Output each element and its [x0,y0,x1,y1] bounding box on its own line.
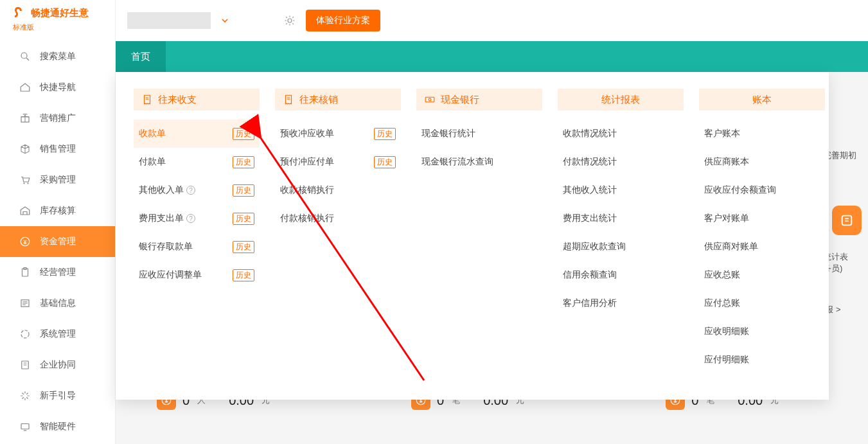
tab-home[interactable]: 首页 [116,41,166,72]
help-icon[interactable]: ? [186,186,195,195]
mega-menu-item[interactable]: 信用余额查询 [558,261,684,289]
mega-menu-item[interactable]: 费用支出单?历史 [134,204,260,233]
mega-column: 往来收支收款单历史付款单历史其他收入单?历史费用支出单?历史银行存取款单历史应收… [134,89,260,383]
mega-menu-label: 费用支出统计 [563,213,617,223]
header: 体验行业方案 [116,0,868,41]
history-tag[interactable]: 历史 [233,269,254,281]
sparkle-icon [19,390,31,402]
sidebar-item-quicknav[interactable]: 快捷导航 [0,72,115,103]
promo-button[interactable]: 体验行业方案 [306,10,380,31]
sidebar-item-label: 快捷导航 [40,82,76,93]
sidebar-item-inventory[interactable]: 库存核算 [0,195,115,226]
mega-menu-item[interactable]: 客户账本 [699,120,825,148]
company-dropdown-caret-icon[interactable] [217,17,274,24]
search-icon [19,51,31,62]
mega-menu-item[interactable]: 应收明细账 [699,317,825,346]
sidebar-item-hw[interactable]: 智能硬件 [0,411,115,442]
mega-menu-label: 付款核销执行 [280,213,334,223]
mega-menu-label: 信用余额查询 [563,269,617,280]
mega-column-title: 现金银行 [441,94,479,106]
sidebar-item-marketing[interactable]: 营销推广 [0,103,115,134]
mega-menu-item[interactable]: 应收应付调整单历史 [134,261,260,289]
sidebar-item-sales[interactable]: 销售管理 [0,134,115,164]
mega-menu-item[interactable]: 其他收入单?历史 [134,176,260,204]
mega-menu-item[interactable]: 银行存取款单历史 [134,233,260,261]
mega-column-header: 账本 [699,89,825,111]
list-icon [19,297,31,309]
mega-column-header: 统计报表 [558,89,684,111]
mega-menu-item[interactable]: 收款单历史 [134,120,260,148]
history-tag[interactable]: 历史 [233,128,254,140]
mega-menu-item[interactable]: 客户对账单 [699,204,825,233]
receipt-icon [141,94,153,105]
spinner-icon [19,328,31,340]
sidebar-item-purchase[interactable]: 采购管理 [0,164,115,195]
mega-column-header: 往来收支 [134,89,260,111]
sidebar-item-guide[interactable]: 新手引导 [0,380,115,411]
sidebar-item-label: 企业协同 [40,359,76,371]
right-badge-icon[interactable] [832,206,862,235]
sidebar-item-label: 基础信息 [40,297,76,309]
mega-menu-label: 应收应付调整单 [139,269,202,280]
settings-gear-icon[interactable] [280,11,299,30]
sidebar-item-system[interactable]: 系统管理 [0,319,115,350]
mega-menu-item[interactable]: 预付冲应付单历史 [275,148,401,176]
mega-menu-item[interactable]: 超期应收款查询 [558,233,684,261]
mega-menu-item[interactable]: 供应商对账单 [699,233,825,261]
mega-column-title: 统计报表 [601,94,640,106]
mega-menu-item[interactable]: 付款情况统计 [558,148,684,176]
mega-column-title: 往来核销 [299,94,338,106]
sidebar: 畅捷通好生意 标准版 搜索菜单快捷导航营销推广销售管理采购管理库存核算资金管理经… [0,0,116,444]
history-tag[interactable]: 历史 [233,213,254,225]
mega-menu-label: 其他收入单 [139,184,184,195]
app-logo-icon [10,6,26,21]
history-tag[interactable]: 历史 [233,184,254,197]
mega-menu-label: 应付总账 [704,297,740,308]
sidebar-item-search[interactable]: 搜索菜单 [0,41,115,72]
mega-menu-label: 应付明细账 [704,354,749,364]
history-tag[interactable]: 历史 [374,156,396,168]
mega-menu-item[interactable]: 应收应付余额查询 [699,176,825,204]
sidebar-item-label: 资金管理 [40,236,76,247]
mega-menu-item[interactable]: 现金银行统计 [416,120,542,148]
sidebar-item-baseinfo[interactable]: 基础信息 [0,288,115,319]
cart-icon [19,174,31,186]
mega-menu-item[interactable]: 付款核销执行 [275,204,401,233]
mega-menu-item[interactable]: 费用支出统计 [558,204,684,233]
history-tag[interactable]: 历史 [233,156,254,168]
cube-icon [19,143,31,155]
svg-line-1 [26,58,29,60]
mega-menu-item[interactable]: 其他收入统计 [558,176,684,204]
sidebar-item-label: 采购管理 [40,174,76,186]
mega-menu-item[interactable]: 现金银行流水查询 [416,148,542,176]
sidebar-item-label: 经营管理 [40,267,76,278]
svg-point-3 [23,182,24,184]
mega-menu-item[interactable]: 应收总账 [699,261,825,289]
home-icon [19,82,31,93]
history-tag[interactable]: 历史 [233,241,254,253]
sidebar-item-operate[interactable]: 经营管理 [0,257,115,288]
mega-menu-item[interactable]: 付款单历史 [134,148,260,176]
mega-menu-label: 客户信用分析 [563,297,617,308]
svg-rect-11 [21,424,29,429]
mega-menu-label: 供应商对账单 [704,241,758,251]
history-tag[interactable]: 历史 [374,128,396,140]
mega-column-title: 往来收支 [158,94,197,106]
mega-menu-label: 预收冲应收单 [280,128,334,138]
mega-menu-item[interactable]: 预收冲应收单历史 [275,120,401,148]
mega-menu-label: 现金银行统计 [421,128,475,138]
mega-column-header: 往来核销 [275,89,401,111]
fund-mega-panel: 往来收支收款单历史付款单历史其他收入单?历史费用支出单?历史银行存取款单历史应收… [116,72,829,400]
mega-menu-item[interactable]: 应付明细账 [699,346,825,374]
mega-menu-item[interactable]: 客户信用分析 [558,289,684,317]
sidebar-item-fund[interactable]: 资金管理 [0,226,115,257]
sidebar-item-coop[interactable]: 企业协同 [0,350,115,380]
mega-menu-item[interactable]: 收款情况统计 [558,120,684,148]
mega-menu-item[interactable]: 供应商账本 [699,148,825,176]
help-icon[interactable]: ? [186,214,195,223]
mega-menu-label: 收款单 [139,128,166,138]
company-name-redacted [127,12,211,29]
mega-menu-item[interactable]: 应付总账 [699,289,825,317]
mega-menu-item[interactable]: 收款核销执行 [275,176,401,204]
mega-column-header: 现金银行 [416,89,542,111]
